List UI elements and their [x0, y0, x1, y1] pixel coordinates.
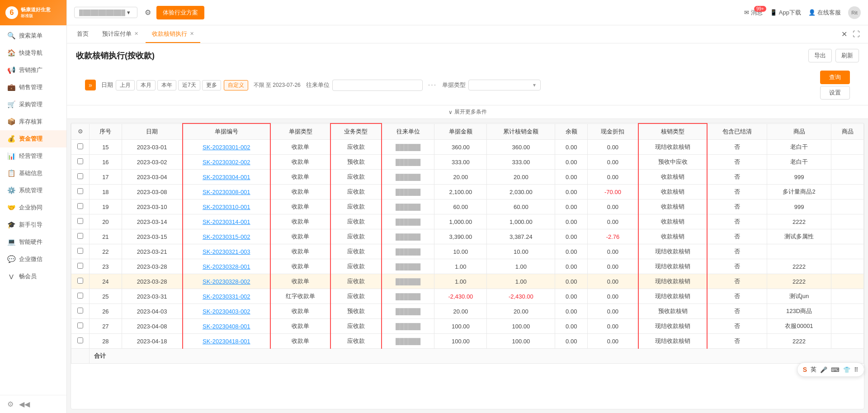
- sidebar-item-hardware[interactable]: 💻智能硬件: [0, 233, 66, 251]
- row-checkbox-10[interactable]: [77, 293, 83, 299]
- tab-close-receipt-verify[interactable]: ✕: [190, 31, 194, 37]
- bill-no-link[interactable]: SK-20230302-002: [203, 159, 250, 166]
- bill-no-link[interactable]: SK-20230315-002: [203, 233, 250, 240]
- sidebar-item-wechat[interactable]: 💬企业微信: [0, 251, 66, 268]
- date-custom-button[interactable]: 自定义: [224, 80, 248, 90]
- col-settings[interactable]: ⚙: [71, 123, 90, 140]
- app-download-button[interactable]: 📱 App下载: [770, 9, 801, 17]
- row-checkbox-5[interactable]: [77, 218, 83, 224]
- bill-type-select[interactable]: ▾: [468, 80, 541, 90]
- row-checkbox-9[interactable]: [77, 278, 83, 284]
- bill-no-link[interactable]: SK-20230301-002: [203, 144, 250, 151]
- sidebar-item-guide[interactable]: 🎓新手引导: [0, 216, 66, 233]
- partner-input[interactable]: [332, 80, 423, 91]
- maximize-icon[interactable]: ⛶: [852, 29, 861, 39]
- date-option-btn[interactable]: 本年: [157, 80, 176, 90]
- cell-bill-amount: 3,390.00: [434, 229, 487, 244]
- row-checkbox-13[interactable]: [77, 337, 83, 343]
- row-checkbox-8[interactable]: [77, 263, 83, 269]
- gear-icon[interactable]: ⚙: [145, 8, 151, 17]
- expand-button[interactable]: ∨ 展开更多条件: [448, 108, 487, 116]
- bill-no-link[interactable]: SK-20230403-002: [203, 308, 250, 315]
- sidebar-item-corp[interactable]: 🤝企业协同: [0, 199, 66, 216]
- sidebar-item-purchase[interactable]: 🛒采购管理: [0, 96, 66, 113]
- filter-toggle-button[interactable]: »: [85, 80, 96, 90]
- bill-no-link[interactable]: SK-20230418-001: [203, 338, 250, 345]
- date-option-btn[interactable]: 更多: [202, 80, 221, 90]
- more-filters-dots[interactable]: ···: [428, 81, 437, 89]
- cell-checkbox[interactable]: [71, 289, 90, 304]
- cell-biz-type: 应收款: [330, 334, 382, 349]
- cell-checkbox[interactable]: [71, 199, 90, 214]
- cell-checkbox[interactable]: [71, 244, 90, 259]
- tab-close-pre-receipt[interactable]: ✕: [134, 31, 138, 37]
- row-checkbox-2[interactable]: [77, 173, 83, 179]
- bill-no-link[interactable]: SK-20230331-002: [203, 293, 250, 300]
- sidebar-item-search[interactable]: 🔍搜索菜单: [0, 27, 66, 44]
- sidebar-item-system[interactable]: ⚙️系统管理: [0, 182, 66, 199]
- row-checkbox-0[interactable]: [77, 143, 83, 149]
- bill-no-link[interactable]: SK-20230321-003: [203, 248, 250, 255]
- close-tab-icon[interactable]: ✕: [840, 29, 848, 39]
- cell-checkbox[interactable]: [71, 140, 90, 155]
- date-option-btn[interactable]: 上月: [116, 80, 135, 90]
- bill-no-link[interactable]: SK-20230328-001: [203, 263, 250, 270]
- row-checkbox-12[interactable]: [77, 323, 83, 328]
- sidebar-item-basic[interactable]: 📋基础信息: [0, 165, 66, 182]
- cell-checkbox[interactable]: [71, 185, 90, 199]
- sidebar-item-marketing[interactable]: 📢营销推广: [0, 62, 66, 79]
- table-settings-icon[interactable]: ⚙: [78, 128, 83, 135]
- row-checkbox-7[interactable]: [77, 248, 83, 254]
- cell-checkbox[interactable]: [71, 304, 90, 319]
- sidebar-item-quick[interactable]: 🏠快捷导航: [0, 44, 66, 62]
- export-button[interactable]: 导出: [808, 49, 832, 62]
- online-service-button[interactable]: 👤 在线客服: [808, 9, 841, 17]
- cell-checkbox[interactable]: [71, 229, 90, 244]
- cell-no: 26: [90, 304, 122, 319]
- sidebar-item-operation[interactable]: 📊经营管理: [0, 147, 66, 165]
- row-checkbox-6[interactable]: [77, 233, 83, 239]
- bill-no-link[interactable]: SK-20230314-001: [203, 218, 250, 225]
- tab-home[interactable]: 首页: [71, 25, 95, 43]
- row-checkbox-11[interactable]: [77, 308, 83, 313]
- cell-checkbox[interactable]: [71, 155, 90, 170]
- tab-receipt-verify[interactable]: 收款核销执行✕: [146, 25, 200, 43]
- cell-checkbox[interactable]: [71, 170, 90, 185]
- avatar[interactable]: Rit: [848, 6, 861, 19]
- cell-checkbox[interactable]: [71, 334, 90, 349]
- cell-no: 27: [90, 319, 122, 334]
- mic-icon[interactable]: 🎤: [820, 366, 827, 373]
- refresh-button[interactable]: 刷新: [835, 49, 859, 62]
- date-option-btn[interactable]: 近7天: [178, 80, 200, 90]
- solution-button[interactable]: 体验行业方案: [156, 6, 204, 19]
- bill-no-link[interactable]: SK-20230308-001: [203, 189, 250, 195]
- sidebar-item-inventory[interactable]: 📦库存核算: [0, 113, 66, 130]
- sidebar-item-finance[interactable]: 💰资金管理: [0, 130, 66, 147]
- company-selector[interactable]: ████████████ ▾: [74, 7, 137, 18]
- sougou-icon1[interactable]: 👕: [843, 366, 850, 373]
- date-option-btn[interactable]: 本月: [137, 80, 156, 90]
- settings-icon[interactable]: ⚙: [7, 400, 14, 408]
- collapse-icon[interactable]: ◀◀: [19, 400, 30, 408]
- query-button[interactable]: 查询: [820, 71, 850, 84]
- cell-checkbox[interactable]: [71, 214, 90, 229]
- bill-no-link[interactable]: SK-20230328-002: [203, 278, 250, 285]
- bill-no-link[interactable]: SK-20230310-001: [203, 204, 250, 210]
- row-checkbox-4[interactable]: [77, 203, 83, 209]
- cell-checkbox[interactable]: [71, 274, 90, 289]
- sidebar-item-member[interactable]: V畅会员: [0, 268, 66, 285]
- bill-no-link[interactable]: SK-20230304-001: [203, 174, 250, 180]
- cell-checkbox[interactable]: [71, 259, 90, 274]
- sougou-icon2[interactable]: ⠿: [854, 366, 859, 373]
- set-button[interactable]: 设置: [820, 86, 850, 100]
- keyboard-icon[interactable]: ⌨: [831, 366, 840, 373]
- message-button[interactable]: ✉ 消息 99+: [744, 9, 763, 17]
- tab-pre-receipt[interactable]: 预计应付单✕: [96, 25, 145, 43]
- sidebar-item-sales[interactable]: 💼销售管理: [0, 79, 66, 96]
- cell-balance: 0.00: [555, 170, 588, 185]
- cell-checkbox[interactable]: [71, 319, 90, 334]
- cell-biz-type: 应收款: [330, 170, 382, 185]
- bill-no-link[interactable]: SK-20230408-001: [203, 323, 250, 330]
- row-checkbox-1[interactable]: [77, 158, 83, 164]
- row-checkbox-3[interactable]: [77, 188, 83, 194]
